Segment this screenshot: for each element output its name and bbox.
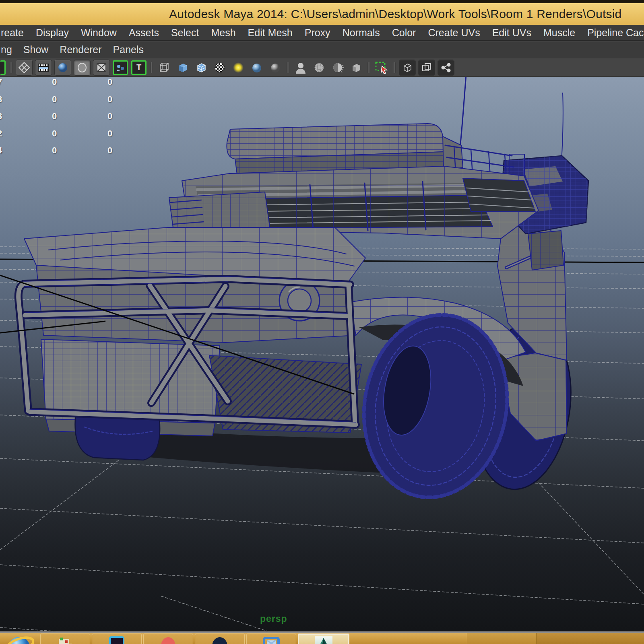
shaded-sphere-icon[interactable] [54, 60, 71, 76]
taskbar-tile-blue-gem[interactable] [246, 634, 296, 644]
menu-edit-uvs[interactable]: Edit UVs [492, 27, 531, 39]
taskbar-tile-red-logo[interactable] [143, 634, 193, 644]
menu-mesh[interactable]: Mesh [211, 27, 235, 39]
hud-row: 800 [0, 94, 137, 106]
overlap-squares-icon[interactable] [418, 60, 435, 76]
taskbar-tray-zone[interactable] [467, 633, 537, 644]
wireframe-cube-icon[interactable] [156, 60, 172, 75]
toolbar-separator[interactable] [367, 62, 370, 73]
internet-explorer-icon[interactable] [5, 634, 34, 644]
menu-pipeline-cache[interactable]: Pipeline Cache [587, 27, 644, 39]
clipped-green-icon[interactable] [0, 60, 6, 75]
menu-create[interactable]: reate [1, 27, 24, 39]
window-title: Autodesk Maya 2014: C:\Users\admin\Deskt… [169, 7, 621, 21]
toolbar-separator[interactable] [150, 62, 153, 73]
taskbar-tray-zone-2[interactable] [536, 633, 644, 644]
gray-material-sphere-icon[interactable] [267, 60, 283, 75]
menu-color[interactable]: Color [392, 27, 416, 39]
side-window [463, 178, 535, 211]
hud-row: 200 [0, 128, 137, 140]
menu-display[interactable]: Display [36, 27, 69, 39]
wire-cube-dark-icon[interactable] [399, 60, 416, 76]
panel-menu-panels[interactable]: Panels [113, 44, 144, 56]
menu-edit-mesh[interactable]: Edit Mesh [248, 27, 293, 39]
perspective-viewport[interactable]: 700 800 300 200 400 persp [0, 77, 644, 631]
taskbar-tile-app-1[interactable] [40, 634, 90, 644]
toolbar-separator[interactable] [287, 62, 289, 73]
windows-taskbar[interactable] [0, 633, 644, 644]
viewport-scene [0, 77, 644, 631]
panel-menu-renderer[interactable]: Renderer [60, 44, 101, 56]
panel-menu-shading[interactable]: ng [1, 44, 12, 56]
taskbar-tile-maya-active[interactable] [298, 634, 349, 644]
textured-sphere-icon[interactable] [212, 60, 228, 75]
blue-material-sphere-icon[interactable] [249, 60, 265, 75]
wireframe-vehicle-model [19, 77, 588, 509]
title-bar[interactable]: Autodesk Maya 2014: C:\Users\admin\Deskt… [0, 3, 644, 25]
texture-t-icon[interactable]: T [131, 60, 147, 75]
isolate-select-icon[interactable] [16, 60, 33, 76]
menu-assets[interactable]: Assets [129, 27, 159, 39]
front-left-wheel [75, 413, 160, 460]
panel-menu-show[interactable]: Show [23, 44, 49, 56]
camera-name-label: persp [260, 613, 287, 624]
hud-row: 700 [0, 77, 137, 89]
hud-row: 400 [0, 145, 137, 157]
hypergraph-nodes-icon[interactable] [438, 60, 454, 76]
main-menu-bar: reate Display Window Assets Select Mesh … [0, 25, 644, 41]
toolbar-separator[interactable] [10, 62, 12, 73]
taskbar-tile-dark-logo[interactable] [195, 634, 245, 644]
menu-select[interactable]: Select [171, 27, 199, 39]
menu-proxy[interactable]: Proxy [305, 27, 330, 39]
window-top-border [0, 0, 644, 3]
character-icon[interactable] [293, 60, 309, 75]
menu-muscle[interactable]: Muscle [543, 27, 575, 39]
menu-window[interactable]: Window [81, 27, 117, 39]
multilister-dots-icon[interactable] [112, 60, 128, 75]
menu-create-uvs[interactable]: Create UVs [428, 27, 480, 39]
half-shade-gear-icon[interactable] [330, 60, 346, 75]
toolbar-separator[interactable] [393, 62, 396, 73]
circle-mask-icon[interactable] [74, 60, 91, 76]
viewport-toolbar: T [0, 58, 644, 77]
filmstrip-icon[interactable] [35, 60, 52, 76]
hud-row: 300 [0, 111, 137, 123]
shaded-cube-icon[interactable] [175, 60, 191, 75]
sphere-grid-icon[interactable] [311, 60, 327, 75]
menu-normals[interactable]: Normals [343, 27, 380, 39]
panel-menu-bar: ng Show Renderer Panels [0, 41, 644, 58]
taskbar-tile-terminal[interactable] [92, 634, 142, 644]
x-ray-icon[interactable] [93, 60, 110, 76]
selection-marquee-icon[interactable] [374, 60, 390, 75]
default-light-icon[interactable] [230, 60, 246, 75]
soft-cube-icon[interactable] [348, 60, 364, 75]
shaded-wireframe-cube-icon[interactable] [193, 60, 209, 75]
